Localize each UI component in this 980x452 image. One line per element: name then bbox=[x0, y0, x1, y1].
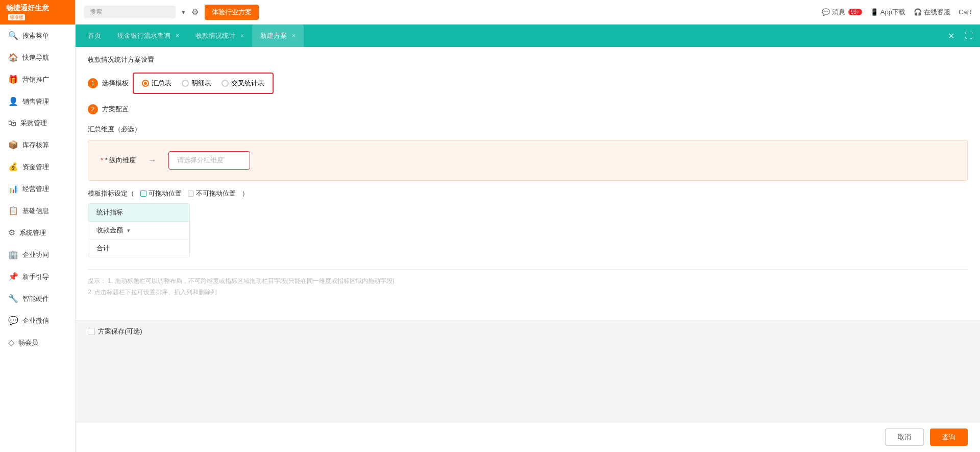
mobile-icon: 📱 bbox=[870, 8, 878, 16]
template-select: 汇总表 明细表 交叉统计表 bbox=[133, 73, 274, 94]
sidebar-item-marketing[interactable]: 🎁 营销推广 bbox=[0, 68, 75, 90]
tab-bank-flow[interactable]: 现金银行流水查询 × bbox=[109, 25, 187, 47]
indicator-dropdown-icon[interactable]: ▾ bbox=[127, 227, 130, 234]
sidebar-item-label: 企业微信 bbox=[22, 316, 49, 325]
sidebar-item-sales[interactable]: 👤 销售管理 bbox=[0, 90, 75, 112]
sidebar-item-label: 营销推广 bbox=[22, 75, 49, 84]
sidebar-item-quick-nav[interactable]: 🏠 快速导航 bbox=[0, 46, 75, 68]
radio-cross[interactable]: 交叉统计表 bbox=[222, 79, 264, 88]
radio-detail[interactable]: 明细表 bbox=[182, 79, 211, 88]
sidebar-item-purchase[interactable]: 🛍 采购管理 bbox=[0, 112, 75, 134]
bottom-bar: 取消 查询 bbox=[76, 422, 980, 452]
sidebar-item-search-menu[interactable]: 🔍 搜索菜单 bbox=[0, 25, 75, 46]
tab-receivable-stats[interactable]: 收款情况统计 × bbox=[187, 25, 252, 47]
cancel-button[interactable]: 取消 bbox=[885, 429, 924, 446]
message-label: 消息 bbox=[832, 8, 845, 17]
tips-section: 提示： 1. 拖动标题栏可以调整布局，不可跨维度或指标区域拖动栏目字段(只能在同… bbox=[88, 269, 968, 298]
sidebar-item-finance[interactable]: 💰 资金管理 bbox=[0, 156, 75, 178]
radio-summary[interactable]: 汇总表 bbox=[142, 79, 172, 88]
sidebar-item-wechat[interactable]: 💬 企业微信 bbox=[0, 310, 75, 331]
tab-new-plan-close[interactable]: × bbox=[292, 32, 296, 39]
tab-bank-flow-close[interactable]: × bbox=[176, 32, 179, 39]
tab-close-btn[interactable]: ✕ bbox=[945, 29, 958, 43]
sidebar-item-label: 经营管理 bbox=[22, 184, 49, 194]
sidebar-item-enterprise-collab[interactable]: 🏢 企业协同 bbox=[0, 244, 75, 266]
page-content: 收款情况统计方案设置 1 选择模板 汇总表 明细表 bbox=[76, 47, 980, 320]
step1-section: 1 选择模板 汇总表 明细表 交叉统计表 bbox=[88, 73, 968, 94]
tips-line2: 2. 点击标题栏下拉可设置排序、插入列和删除列 bbox=[88, 287, 968, 298]
sidebar-item-label: 系统管理 bbox=[19, 228, 46, 237]
box-icon: 📦 bbox=[8, 140, 18, 150]
service-icon: 🎧 bbox=[914, 8, 922, 16]
user-info[interactable]: CaR bbox=[959, 8, 972, 16]
fixed-text: 不可拖动位置 bbox=[196, 189, 236, 198]
tab-bank-flow-label: 现金银行流水查询 bbox=[117, 31, 170, 40]
home-icon: 🏠 bbox=[8, 53, 18, 62]
query-button[interactable]: 查询 bbox=[930, 429, 968, 446]
member-icon: ◇ bbox=[8, 338, 14, 347]
tips-line1: 提示： 1. 拖动标题栏可以调整布局，不可跨维度或指标区域拖动栏目字段(只能在同… bbox=[88, 276, 968, 287]
movable-text: 可拖动位置 bbox=[149, 189, 182, 198]
indicator-item-1-label: 合计 bbox=[96, 244, 110, 252]
step1-header: 1 选择模板 汇总表 明细表 交叉统计表 bbox=[88, 73, 968, 94]
plan-config: 汇总维度（必选） * * 纵向维度 → 请选择分组维度 模板指标设定（ bbox=[88, 121, 968, 302]
sidebar-item-system[interactable]: ⚙ 系统管理 bbox=[0, 222, 75, 244]
header-actions: 💬 消息 99+ 📱 App下载 🎧 在线客服 CaR bbox=[822, 8, 972, 17]
logo-badge: 标准版 bbox=[8, 14, 25, 20]
sidebar-item-basic-info[interactable]: 📋 基础信息 bbox=[0, 200, 75, 222]
sidebar-item-operation[interactable]: 📊 经营管理 bbox=[0, 178, 75, 200]
search-dropdown-icon[interactable]: ▾ bbox=[182, 8, 185, 16]
sidebar-item-smart-hardware[interactable]: 🔧 智能硬件 bbox=[0, 288, 75, 310]
dimension-input[interactable]: 请选择分组维度 bbox=[168, 151, 250, 170]
tab-bar-end: ✕ ⛶ bbox=[945, 29, 976, 43]
fixed-dot bbox=[188, 191, 194, 197]
radio-cross-label: 交叉统计表 bbox=[231, 79, 264, 88]
sidebar-item-label: 快速导航 bbox=[22, 53, 49, 62]
arrow-icon: → bbox=[148, 156, 156, 165]
sidebar-item-label: 智能硬件 bbox=[22, 294, 49, 303]
tab-home[interactable]: 首页 bbox=[80, 25, 109, 47]
gear-icon: ⚙ bbox=[8, 228, 15, 237]
hardware-icon: 🔧 bbox=[8, 294, 18, 303]
online-service-action[interactable]: 🎧 在线客服 bbox=[914, 8, 950, 17]
tab-receivable-stats-close[interactable]: × bbox=[240, 32, 244, 39]
app-download-label: App下载 bbox=[880, 8, 905, 17]
content-area: 收款情况统计方案设置 1 选择模板 汇总表 明细表 bbox=[76, 47, 980, 422]
tab-expand-btn[interactable]: ⛶ bbox=[962, 29, 976, 43]
movable-dot bbox=[140, 191, 146, 197]
indicator-title-end: ） bbox=[242, 189, 249, 198]
gift-icon: 🎁 bbox=[8, 75, 18, 84]
sidebar-item-label: 搜索菜单 bbox=[22, 31, 49, 40]
vertical-label: * * 纵向维度 bbox=[101, 156, 136, 165]
save-checkbox[interactable] bbox=[88, 328, 95, 335]
step2-header: 2 方案配置 bbox=[88, 104, 968, 114]
industry-btn[interactable]: 体验行业方案 bbox=[205, 5, 259, 20]
main-area: 搜索 ▾ ⚙ 体验行业方案 💬 消息 99+ 📱 App下载 🎧 在线客服 Ca… bbox=[76, 0, 980, 452]
message-action[interactable]: 💬 消息 99+ bbox=[822, 8, 862, 17]
money-icon: 💰 bbox=[8, 162, 18, 172]
indicator-category-label: 统计指标 bbox=[96, 208, 123, 217]
indicator-table: 统计指标 收款金额 ▾ 合计 bbox=[88, 203, 190, 257]
sidebar-item-newbie-guide[interactable]: 📌 新手引导 bbox=[0, 266, 75, 288]
app-download-action[interactable]: 📱 App下载 bbox=[870, 8, 905, 17]
chart-icon: 📊 bbox=[8, 184, 18, 194]
search-placeholder: 搜索 bbox=[90, 8, 102, 15]
indicator-section: 模板指标设定（ 可拖动位置 不可拖动位置 ） bbox=[88, 189, 968, 259]
sidebar-item-label: 采购管理 bbox=[20, 118, 47, 128]
sidebar-logo: 畅捷通好生意 标准版 bbox=[0, 0, 75, 25]
logo-text: 畅捷通好生意 bbox=[6, 4, 49, 13]
search-box: 搜索 bbox=[84, 6, 176, 18]
sidebar-item-member[interactable]: ◇ 畅会员 bbox=[0, 331, 75, 353]
save-option-row: 方案保存(可选) bbox=[88, 327, 968, 336]
chat-icon: 💬 bbox=[8, 316, 18, 325]
sidebar-item-inventory[interactable]: 📦 库存核算 bbox=[0, 134, 75, 156]
fixed-label: 不可拖动位置 bbox=[188, 189, 236, 198]
sidebar: 畅捷通好生意 标准版 🔍 搜索菜单 🏠 快速导航 🎁 营销推广 👤 销售管理 🛍… bbox=[0, 0, 76, 452]
settings-icon[interactable]: ⚙ bbox=[191, 7, 199, 17]
page-title: 收款情况统计方案设置 bbox=[88, 55, 968, 64]
tab-bar: 首页 现金银行流水查询 × 收款情况统计 × 新建方案 × ✕ ⛶ bbox=[76, 25, 980, 47]
tab-new-plan[interactable]: 新建方案 × bbox=[252, 25, 304, 47]
radio-dot-detail bbox=[182, 80, 189, 87]
sidebar-item-label: 基础信息 bbox=[22, 206, 49, 216]
building-icon: 🏢 bbox=[8, 250, 18, 259]
